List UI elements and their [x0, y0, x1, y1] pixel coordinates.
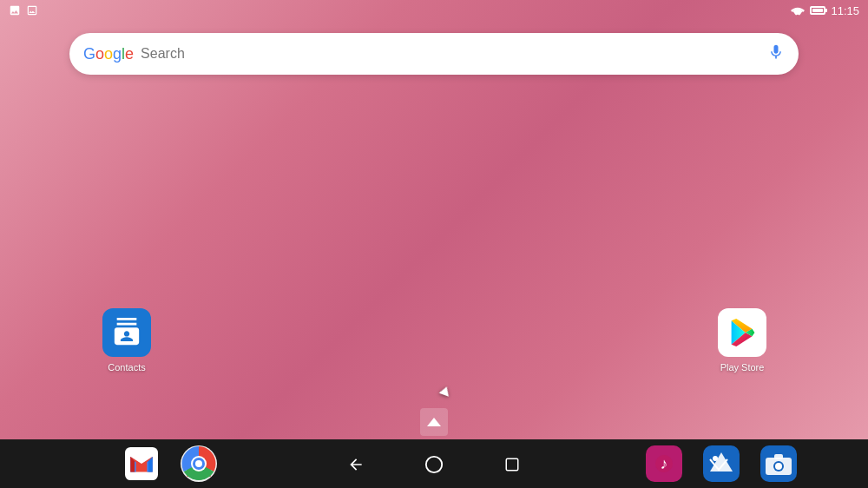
nav-buttons: [343, 452, 525, 478]
contacts-icon-bg: [102, 308, 151, 357]
google-logo: Google: [83, 45, 134, 63]
battery-icon: [810, 6, 825, 15]
svg-point-6: [195, 460, 202, 467]
camera-taskbar-icon[interactable]: [759, 444, 799, 484]
back-button[interactable]: [343, 452, 369, 478]
svg-text:♪: ♪: [661, 455, 668, 472]
svg-rect-16: [774, 454, 783, 459]
recents-button[interactable]: [499, 452, 525, 478]
home-button[interactable]: [421, 452, 447, 478]
svg-point-11: [713, 456, 718, 461]
taskbar-right-apps: ♪: [644, 444, 799, 484]
status-bar: 11:15: [0, 0, 868, 21]
music-taskbar-icon[interactable]: ♪: [644, 444, 684, 484]
status-bar-left: [9, 4, 38, 16]
app-drawer-button[interactable]: [420, 408, 448, 436]
play-store-label: Play Store: [720, 362, 765, 373]
contacts-label: Contacts: [108, 362, 145, 373]
search-bar[interactable]: Google: [69, 33, 799, 75]
gmail-taskbar-icon[interactable]: [122, 444, 161, 484]
search-input[interactable]: [141, 46, 767, 62]
play-store-desktop-icon[interactable]: Play Store: [711, 308, 773, 373]
photo-icon: [9, 4, 21, 16]
status-bar-right: 11:15: [791, 4, 859, 17]
taskbar: ♪: [0, 439, 868, 488]
svg-point-17: [426, 457, 442, 472]
svg-rect-18: [506, 458, 518, 471]
svg-point-15: [775, 463, 782, 470]
status-time: 11:15: [831, 4, 859, 17]
image-icon: [26, 4, 38, 16]
contacts-desktop-icon[interactable]: Contacts: [95, 308, 158, 373]
cursor: [439, 385, 452, 397]
wifi-icon: [791, 5, 805, 16]
taskbar-left-apps: [122, 444, 219, 484]
play-store-icon-bg: [718, 308, 766, 357]
photos-taskbar-icon[interactable]: [701, 444, 741, 484]
chrome-taskbar-icon[interactable]: [179, 444, 219, 484]
mic-icon[interactable]: [767, 43, 785, 65]
